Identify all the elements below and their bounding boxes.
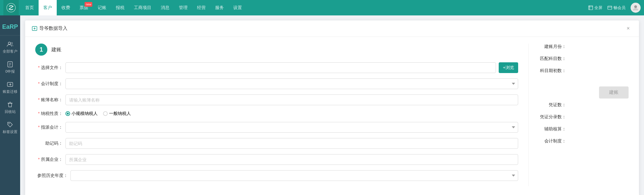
svg-point-5 xyxy=(11,42,13,44)
sidebar-item-zero-declaration[interactable]: 0申报 xyxy=(0,57,20,77)
nav-message[interactable]: 消息 xyxy=(156,0,174,15)
dialog-title: 导爷数据导入 xyxy=(39,25,67,31)
nav-settings[interactable]: 设置 xyxy=(229,0,247,15)
file-label: 选择文件： xyxy=(35,65,65,71)
radio-group: 小规模纳税人 一般纳税人 xyxy=(65,111,518,117)
nav-items: 首页 客户 收费 票据 new 记账 报税 工商项目 消息 管理 经营 服务 设… xyxy=(20,0,588,15)
step-header: 1 建账 xyxy=(35,44,518,56)
info-auxiliary-row: 辅助核算： xyxy=(539,126,629,132)
nav-bizproject[interactable]: 工商项目 xyxy=(129,0,156,15)
history-year-label: 参照历史年度： xyxy=(35,173,70,179)
info-match-row: 匹配科目数： xyxy=(539,56,629,62)
sidebar-item-recycle[interactable]: 回收站 xyxy=(0,97,20,118)
info-accounting-system-label: 会计制度： xyxy=(539,138,569,144)
memo-label: 助记码： xyxy=(35,140,65,146)
info-section: 建账月份： 匹配科目数： 科目期初数： 建账 凭证数： xyxy=(528,44,629,186)
step-badge: 1 xyxy=(35,44,47,56)
user-avatar[interactable] xyxy=(631,3,641,13)
info-initial-label: 科目期初数： xyxy=(539,68,569,74)
radio-general[interactable]: 一般纳税人 xyxy=(103,111,131,117)
history-year-select[interactable] xyxy=(70,170,518,181)
tax-type-label: 纳税性质： xyxy=(35,111,65,117)
dialog-body: 1 建账 选择文件： +浏览 会计制度： xyxy=(25,37,639,195)
info-month-row: 建账月份： xyxy=(539,44,629,50)
top-nav: 首页 客户 收费 票据 new 记账 报税 工商项目 消息 管理 经营 服务 设… xyxy=(0,0,644,15)
main-content: 导爷数据导入 × 1 建账 选择文件： +浏览 xyxy=(20,15,644,195)
info-voucher-entry-label: 凭证分录数： xyxy=(539,114,569,120)
info-voucher-label: 凭证数： xyxy=(539,102,569,108)
new-badge: new xyxy=(85,2,92,7)
sidebar-logo: EaRP xyxy=(0,19,20,36)
nav-customer[interactable]: 客户 xyxy=(39,0,57,15)
info-month-label: 建账月份： xyxy=(539,44,569,50)
nav-right: 全屏 畅会员 xyxy=(588,3,641,13)
sidebar-item-tags[interactable]: 标签设置 xyxy=(0,118,20,138)
ledger-name-row: 账簿名称： xyxy=(35,94,518,105)
dialog-header: 导爷数据导入 × xyxy=(25,20,639,37)
company-label: 所属企业： xyxy=(35,156,65,162)
create-account-button[interactable]: 建账 xyxy=(599,86,629,99)
radio-dot-general xyxy=(103,111,108,116)
svg-rect-1 xyxy=(589,6,593,10)
accountant-select[interactable] xyxy=(65,122,518,133)
nav-operation[interactable]: 经营 xyxy=(192,0,210,15)
nav-service[interactable]: 服务 xyxy=(210,0,229,15)
member-button[interactable]: 畅会员 xyxy=(607,5,626,11)
form-section: 1 建账 选择文件： +浏览 会计制度： xyxy=(35,44,528,186)
nav-invoice[interactable]: 票据 new xyxy=(75,0,93,15)
radio-dot-small xyxy=(65,111,70,116)
sidebar-item-all-customers[interactable]: 全部客户 xyxy=(0,37,20,57)
company-row: 所属企业： xyxy=(35,154,518,165)
nav-bookkeep[interactable]: 记账 xyxy=(93,0,111,15)
accounting-label: 会计制度： xyxy=(35,81,65,87)
svg-point-8 xyxy=(9,123,10,124)
info-voucher-entry-row: 凭证分录数： xyxy=(539,114,629,120)
file-input[interactable] xyxy=(65,62,496,73)
info-voucher-row: 凭证数： xyxy=(539,102,629,108)
info-accounting-system-row: 会计制度： xyxy=(539,138,629,144)
radio-small-scale[interactable]: 小规模纳税人 xyxy=(65,111,98,117)
fullscreen-button[interactable]: 全屏 xyxy=(588,5,602,11)
file-input-group: +浏览 xyxy=(65,62,518,73)
company-input[interactable] xyxy=(65,154,518,165)
svg-rect-2 xyxy=(608,6,612,9)
browse-button[interactable]: +浏览 xyxy=(499,62,518,73)
info-initial-row: 科目期初数： xyxy=(539,68,629,74)
accounting-select[interactable] xyxy=(65,78,518,89)
nav-home[interactable]: 首页 xyxy=(20,0,39,15)
ledger-name-label: 账簿名称： xyxy=(35,97,65,103)
memo-row: 助记码： xyxy=(35,138,518,149)
dialog-close-button[interactable]: × xyxy=(624,24,632,32)
import-icon xyxy=(32,26,37,31)
sidebar-item-migration[interactable]: 账套迁移 xyxy=(0,77,20,97)
nav-manage[interactable]: 管理 xyxy=(174,0,192,15)
ledger-name-input[interactable] xyxy=(65,94,518,105)
info-auxiliary-label: 辅助核算： xyxy=(539,126,569,132)
accountant-row: 指派会计： xyxy=(35,122,518,133)
sidebar: EaRP 全部客户 0申报 账套迁移 回收站 xyxy=(0,15,20,195)
dialog-header-left: 导爷数据导入 xyxy=(32,25,67,31)
svg-point-4 xyxy=(8,42,11,44)
memo-input[interactable] xyxy=(65,138,518,149)
accountant-label: 指派会计： xyxy=(35,124,65,130)
dialog: 导爷数据导入 × 1 建账 选择文件： +浏览 xyxy=(25,20,639,195)
nav-fee[interactable]: 收费 xyxy=(57,0,75,15)
step-label: 建账 xyxy=(51,47,61,53)
create-btn-wrapper: 建账 xyxy=(569,83,629,99)
logo[interactable] xyxy=(3,0,19,15)
history-year-row: 参照历史年度： xyxy=(35,170,518,181)
nav-tax[interactable]: 报税 xyxy=(111,0,129,15)
file-row: 选择文件： +浏览 xyxy=(35,62,518,73)
tax-type-row: 纳税性质： 小规模纳税人 一般纳税人 xyxy=(35,111,518,117)
info-match-label: 匹配科目数： xyxy=(539,56,569,62)
accounting-row: 会计制度： xyxy=(35,78,518,89)
svg-point-3 xyxy=(634,5,637,8)
